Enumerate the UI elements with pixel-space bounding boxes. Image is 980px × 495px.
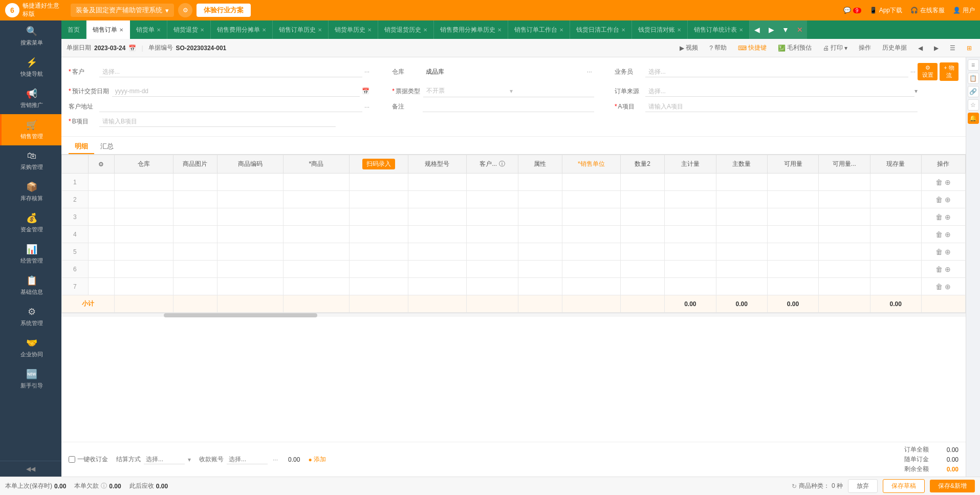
- row-unit[interactable]: [562, 278, 621, 295]
- scrollbar-thumb[interactable]: [164, 313, 317, 317]
- row-customer-code[interactable]: [467, 191, 518, 208]
- tab-sales-expense[interactable]: 销售费用分摊单 ✕: [211, 20, 273, 39]
- tab-close-icon[interactable]: ✕: [621, 27, 625, 33]
- tab-close-icon[interactable]: ✕: [119, 27, 123, 33]
- row-delete-icon[interactable]: 🗑: [935, 248, 943, 256]
- save-draft-button[interactable]: 保存草稿: [883, 479, 925, 493]
- row-main-qty[interactable]: [716, 226, 767, 243]
- tab-summary[interactable]: 汇总: [94, 140, 120, 154]
- row-spec[interactable]: [408, 208, 467, 226]
- calendar-icon[interactable]: 📅: [360, 88, 372, 95]
- row-code[interactable]: [217, 191, 283, 208]
- tab-menu-button[interactable]: ▼: [778, 20, 793, 39]
- one-click-checkbox-input[interactable]: [69, 456, 75, 463]
- row-delete-icon[interactable]: 🗑: [935, 283, 943, 291]
- online-service-button[interactable]: 🎧 在线客服: [910, 6, 945, 15]
- row-warehouse[interactable]: [115, 174, 173, 191]
- sidebar-collapse-button[interactable]: ◀◀: [0, 461, 61, 477]
- row-qty2[interactable]: [621, 243, 665, 261]
- row-unit[interactable]: [562, 226, 621, 243]
- next-record-button[interactable]: ▶: [931, 44, 942, 53]
- row-spec[interactable]: [408, 278, 467, 295]
- tab-close-icon[interactable]: ✕: [423, 27, 427, 33]
- tab-sales-order-history[interactable]: 销售订单历史 ✕: [273, 20, 329, 39]
- address-expand-icon[interactable]: ···: [362, 103, 372, 111]
- tab-close-icon[interactable]: ✕: [262, 27, 266, 33]
- row-qty2[interactable]: [621, 226, 665, 243]
- tab-expense-history[interactable]: 销售费用分摊单历史 ✕: [434, 20, 508, 39]
- row-customer-code[interactable]: [467, 261, 518, 278]
- account-expand-icon[interactable]: ···: [271, 456, 280, 463]
- b-project-input[interactable]: [99, 116, 336, 127]
- sidebar-item-purchase[interactable]: 🛍 采购管理: [0, 145, 61, 176]
- help-button[interactable]: ? 帮助: [706, 42, 730, 53]
- row-attr[interactable]: [518, 191, 562, 208]
- tab-close-icon[interactable]: ✕: [318, 27, 322, 33]
- list-view-button[interactable]: ☰: [947, 44, 959, 53]
- user-menu[interactable]: 👤 用户: [953, 6, 975, 15]
- row-attr[interactable]: [518, 261, 562, 278]
- tab-detail[interactable]: 明细: [69, 140, 94, 154]
- row-code[interactable]: [217, 261, 283, 278]
- app-download-button[interactable]: 📱 App下载: [869, 6, 902, 15]
- row-unit[interactable]: [562, 243, 621, 261]
- sidebar-item-finance[interactable]: 💰 资金管理: [0, 207, 61, 239]
- payment-method-input[interactable]: [144, 455, 185, 464]
- row-code[interactable]: [217, 226, 283, 243]
- row-delete-icon[interactable]: 🗑: [935, 213, 943, 221]
- calendar-icon[interactable]: 📅: [128, 45, 136, 52]
- profit-button[interactable]: 💹 毛利预估: [775, 42, 815, 53]
- row-unit[interactable]: [562, 208, 621, 226]
- row-delete-icon[interactable]: 🗑: [935, 230, 943, 239]
- row-attr[interactable]: [518, 243, 562, 261]
- save-new-button[interactable]: 保存&新增: [930, 480, 975, 492]
- sidebar-item-search[interactable]: 🔍 搜索菜单: [0, 20, 61, 52]
- payment-account-input[interactable]: [227, 455, 268, 464]
- row-spec[interactable]: [408, 191, 467, 208]
- row-spec[interactable]: [408, 261, 467, 278]
- row-warehouse[interactable]: [115, 261, 173, 278]
- row-qty2[interactable]: [621, 174, 665, 191]
- tab-prev-button[interactable]: ◀: [750, 20, 764, 39]
- tab-close-all-button[interactable]: ✕: [793, 20, 807, 39]
- row-copy-icon[interactable]: ⊕: [945, 265, 951, 273]
- sidebar-item-inventory[interactable]: 📦 库存核算: [0, 176, 61, 207]
- row-unit[interactable]: [562, 191, 621, 208]
- one-click-deposit-checkbox[interactable]: 一键收订金: [69, 455, 108, 464]
- row-unit[interactable]: [562, 261, 621, 278]
- row-warehouse[interactable]: [115, 226, 173, 243]
- row-spec[interactable]: [408, 243, 467, 261]
- row-goods[interactable]: [283, 208, 349, 226]
- row-customer-code[interactable]: [467, 278, 518, 295]
- row-warehouse[interactable]: [115, 191, 173, 208]
- grid-view-button[interactable]: ⊞: [964, 44, 975, 53]
- tab-close-icon[interactable]: ✕: [677, 27, 681, 33]
- row-qty2[interactable]: [621, 261, 665, 278]
- right-panel-btn-5[interactable]: 🔔: [968, 113, 979, 124]
- row-goods[interactable]: [283, 191, 349, 208]
- tab-sales-order[interactable]: 销售订单 ✕: [86, 20, 130, 39]
- discard-button[interactable]: 放弃: [848, 479, 878, 493]
- row-code[interactable]: [217, 174, 283, 191]
- customer-expand-icon[interactable]: ···: [362, 68, 372, 75]
- right-panel-btn-3[interactable]: 🔗: [968, 86, 979, 97]
- remark-input[interactable]: [423, 101, 594, 112]
- right-panel-btn-2[interactable]: 📋: [968, 73, 979, 84]
- sidebar-item-guide[interactable]: 🆕 新手引导: [0, 363, 61, 395]
- th-scan[interactable]: 扫码录入: [349, 155, 408, 174]
- tab-close-icon[interactable]: ✕: [200, 27, 204, 33]
- sidebar-item-system[interactable]: ⚙ 系统管理: [0, 301, 61, 332]
- row-spec[interactable]: [408, 226, 467, 243]
- tab-return-history[interactable]: 销货退货历史 ✕: [378, 20, 434, 39]
- row-main-qty[interactable]: [716, 243, 767, 261]
- row-code[interactable]: [217, 208, 283, 226]
- row-attr[interactable]: [518, 208, 562, 226]
- shortcut-button[interactable]: ⌨ 快捷键: [735, 42, 770, 53]
- tab-sales-return[interactable]: 销货退货 ✕: [167, 20, 211, 39]
- tab-invoice-history[interactable]: 销货单历史 ✕: [329, 20, 378, 39]
- row-qty2[interactable]: [621, 191, 665, 208]
- tab-close-icon[interactable]: ✕: [367, 27, 372, 33]
- row-delete-icon[interactable]: 🗑: [935, 178, 943, 186]
- row-warehouse[interactable]: [115, 208, 173, 226]
- customer-input[interactable]: [99, 67, 362, 77]
